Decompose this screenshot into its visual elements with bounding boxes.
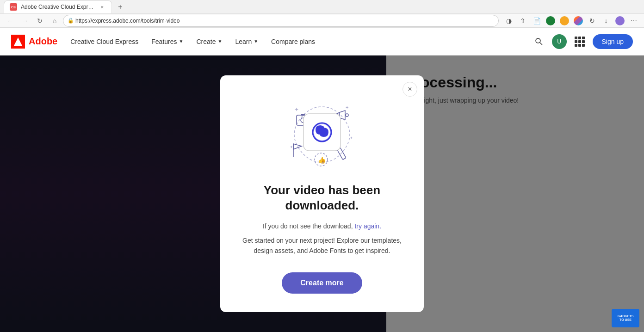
- nav-compare-plans[interactable]: Compare plans: [266, 34, 321, 49]
- address-bar-wrap: 🔒: [63, 15, 499, 27]
- profile-indicator-green: [546, 16, 555, 25]
- browser-action-3[interactable]: [544, 14, 557, 27]
- menu-button[interactable]: ⋯: [627, 14, 640, 27]
- watermark-line1: GADGETS: [618, 314, 634, 318]
- profile-indicator-gray: [560, 16, 569, 25]
- create-chevron-icon: ▼: [217, 39, 222, 44]
- tab-favicon: Cc: [10, 3, 17, 11]
- nav-links: Creative Cloud Express Features ▼ Create…: [65, 34, 531, 49]
- profile-indicator-multi: [574, 16, 583, 25]
- user-profile-icon: [615, 16, 625, 25]
- nav-creative-cloud-express[interactable]: Creative Cloud Express: [65, 34, 144, 49]
- svg-marker-0: [14, 37, 22, 46]
- modal-download-desc: If you do not see the download, try agai…: [239, 221, 405, 231]
- try-again-link[interactable]: try again.: [354, 222, 381, 230]
- flag-icon-decoration: [293, 144, 302, 157]
- svg-point-1: [536, 38, 540, 43]
- svg-text:✦: ✦: [345, 105, 349, 110]
- modal-illustration: ✦ ✦ ✦ ✦: [285, 98, 359, 172]
- grid-icon: [575, 37, 585, 47]
- svg-line-2: [540, 43, 542, 45]
- create-more-button[interactable]: Create more: [282, 272, 362, 294]
- adobe-svg: [14, 37, 22, 46]
- browser-action-2[interactable]: 📄: [530, 14, 543, 27]
- website: Adobe Creative Cloud Express Features ▼ …: [0, 28, 644, 332]
- illustration-svg: ✦ ✦ ✦ ✦: [285, 98, 359, 172]
- grid-button[interactable]: [572, 34, 587, 49]
- adobe-text: Adobe: [29, 36, 57, 47]
- modal-close-button[interactable]: ×: [402, 82, 417, 97]
- svg-point-10: [346, 114, 348, 117]
- learn-chevron-icon: ▼: [254, 39, 258, 44]
- watermark: GADGETS TO USE: [612, 309, 639, 327]
- tab-close-button[interactable]: ×: [99, 3, 106, 11]
- adobe-logo[interactable]: Adobe: [11, 35, 57, 49]
- modal-overlay: × ✦ ✦ ✦ ✦: [0, 55, 644, 332]
- browser-toolbar: ← → ↻ ⌂ 🔒 ◑ ⇧ 📄 ↻ ↓ ⋯: [0, 13, 644, 27]
- modal-body-text: Get started on your next project! Explor…: [239, 235, 405, 256]
- search-icon: [535, 37, 543, 46]
- extensions-button[interactable]: ◑: [502, 14, 515, 27]
- browser-actions: ◑ ⇧ 📄 ↻ ↓ ⋯: [502, 14, 640, 27]
- browser-tabs: Cc Adobe Creative Cloud Express × +: [0, 0, 644, 13]
- svg-text:✦: ✦: [294, 106, 299, 113]
- downloads-button[interactable]: ↓: [600, 14, 613, 27]
- nav-right: U Sign up: [532, 34, 633, 49]
- search-button[interactable]: [532, 34, 546, 49]
- tab-title: Adobe Creative Cloud Express: [21, 4, 95, 10]
- signup-button[interactable]: Sign up: [593, 34, 633, 49]
- thumbsup-icon-decoration: 👍: [315, 153, 328, 166]
- nav-features[interactable]: Features ▼: [146, 34, 189, 49]
- nav-learn[interactable]: Learn ▼: [229, 34, 264, 49]
- svg-text:✦: ✦: [290, 145, 293, 149]
- cc-icon-main: [303, 114, 341, 151]
- modal-title: Your video has been downloaded.: [239, 183, 405, 214]
- back-button[interactable]: ←: [4, 14, 17, 27]
- new-tab-button[interactable]: +: [114, 0, 127, 13]
- main-content: Processing... Hang tight, just wrapping …: [0, 55, 644, 332]
- address-lock-icon: 🔒: [68, 18, 74, 24]
- adobe-icon: [11, 35, 25, 49]
- svg-text:✦: ✦: [350, 136, 353, 140]
- browser-action-5[interactable]: [572, 14, 585, 27]
- site-navigation: Adobe Creative Cloud Express Features ▼ …: [0, 28, 644, 55]
- watermark-line2: TO USE: [619, 318, 632, 322]
- browser-action-4[interactable]: [558, 14, 571, 27]
- refresh-button[interactable]: ↻: [33, 14, 46, 27]
- profile-button[interactable]: [613, 14, 626, 27]
- features-chevron-icon: ▼: [179, 39, 184, 44]
- modal-dialog: × ✦ ✦ ✦ ✦: [220, 75, 424, 313]
- address-input[interactable]: [63, 15, 499, 27]
- browser-action-1[interactable]: ⇧: [516, 14, 529, 27]
- home-button[interactable]: ⌂: [48, 14, 61, 27]
- nav-create[interactable]: Create ▼: [191, 34, 228, 49]
- browser-tab-active[interactable]: Cc Adobe Creative Cloud Express ×: [4, 0, 112, 13]
- user-avatar[interactable]: U: [552, 34, 567, 49]
- svg-text:👍: 👍: [318, 156, 326, 164]
- modal-desc-prefix: If you do not see the download,: [263, 222, 353, 230]
- browser-chrome: Cc Adobe Creative Cloud Express × + ← → …: [0, 0, 644, 28]
- forward-button[interactable]: →: [19, 14, 31, 27]
- browser-sync-button[interactable]: ↻: [586, 14, 599, 27]
